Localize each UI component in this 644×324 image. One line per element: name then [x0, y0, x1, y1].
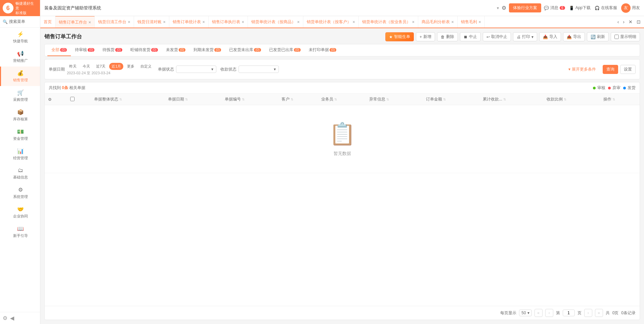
tab-close-sales-order-workspace[interactable]: ✕ — [88, 21, 91, 24]
sort-icon-customer[interactable]: ⇅ — [291, 97, 293, 101]
sidebar-search[interactable]: 🔍 搜索菜单 — [0, 16, 40, 28]
filter-tab-pending-review[interactable]: 待审核(0) — [71, 44, 98, 56]
sidebar-item-finance[interactable]: 💵资金管理 — [0, 125, 40, 145]
tab-sales-stats-customer[interactable]: 销货单统计表（按客户）✕ — [303, 16, 359, 28]
tab-nav-left[interactable]: ‹ — [616, 18, 620, 25]
filter-tab-pending-inspection[interactable]: 待拣货(0) — [98, 44, 126, 56]
date-btn-7days[interactable]: 近7天 — [94, 63, 108, 70]
expand-btn[interactable]: ▾ 展开更多条件 — [568, 67, 596, 72]
date-btn-today[interactable]: 今天 — [80, 63, 92, 70]
filter-tab-not-printed[interactable]: 未打印单据(0) — [305, 44, 340, 56]
sort-icon-exception[interactable]: ⇅ — [386, 97, 389, 101]
date-btn-custom[interactable]: 自定义 — [138, 63, 154, 70]
tab-close-all[interactable]: ✕ — [627, 18, 634, 25]
industry-btn[interactable]: 体验行业方案 — [509, 3, 541, 12]
app-download-btn[interactable]: 📱 App下载 — [569, 5, 591, 11]
page-prev-btn[interactable]: ‹ — [545, 309, 553, 317]
payment-select[interactable]: ▾ — [239, 66, 279, 73]
tab-close-sales-profit[interactable]: ✕ — [478, 20, 481, 24]
date-btn-1month[interactable]: 近1月 — [109, 63, 123, 70]
tab-home[interactable]: 首页 — [40, 16, 55, 28]
payment-search-item: 收款状态 ▾ — [220, 66, 279, 73]
tab-sales-order-execute[interactable]: 销售订单执行表✕ — [209, 16, 248, 28]
tab-close-cash-daily[interactable]: ✕ — [128, 20, 130, 24]
page-last-btn[interactable]: » — [595, 309, 603, 317]
page-first-btn[interactable]: « — [534, 309, 543, 317]
settings-icon[interactable]: ⚙ — [3, 315, 7, 321]
topbar-dropdown-icon[interactable]: ▾ — [497, 6, 499, 10]
cancel-stop-btn[interactable]: ↩ 取消中止 — [483, 32, 511, 41]
tab-sales-stats-staff[interactable]: 销货单统计表（按业务员）✕ — [359, 16, 418, 28]
sort-icon-amount[interactable]: ⇅ — [443, 97, 446, 101]
add-btn[interactable]: + 新增 — [416, 32, 435, 41]
ship-btn[interactable]: 发货 — [623, 85, 636, 91]
tab-close-sales-stats-staff[interactable]: ✕ — [412, 20, 415, 24]
pagination: 每页显示 50 ▾ « ‹ 第 页 › » 共 0页 0条记录 — [45, 306, 640, 320]
tab-close-sales-stats-product[interactable]: ✕ — [297, 20, 300, 24]
refresh-btn[interactable]: 🔄 刷新 — [587, 32, 609, 41]
online-service-btn[interactable]: 🎧 在线客服 — [595, 5, 617, 11]
date-btn-yesterday[interactable]: 昨天 — [67, 63, 79, 70]
filter-tab-wangpu-pending-ship[interactable]: 旺铺待发货(0) — [126, 44, 162, 56]
stop-btn[interactable]: ⏹ 中止 — [460, 32, 481, 41]
sort-icon-status[interactable]: ⇅ — [119, 97, 122, 101]
topbar-gear-icon[interactable]: ⚙ — [502, 5, 506, 11]
message-btn[interactable]: 💬 消息 6 — [544, 5, 565, 11]
import-btn[interactable]: 📥 导入 — [539, 32, 561, 41]
tab-maximize[interactable]: ⊡ — [635, 18, 642, 25]
sidebar-item-system[interactable]: ⚙系统管理 — [0, 183, 40, 203]
filter-tab-expired-not-shipped[interactable]: 到期未发货(0) — [189, 44, 225, 56]
sidebar-item-enterprise[interactable]: 🤝企业协同 — [0, 203, 40, 222]
date-btn-more[interactable]: 更多 — [125, 63, 137, 70]
tab-cash-reconcile[interactable]: 钱货日清对账✕ — [134, 16, 169, 28]
sidebar-item-marketing[interactable]: 📢营销推广 — [0, 47, 40, 67]
tab-close-sales-stats-customer[interactable]: ✕ — [352, 20, 355, 24]
sidebar-item-operations[interactable]: 📊经营管理 — [0, 145, 40, 164]
tab-close-cash-reconcile[interactable]: ✕ — [163, 20, 166, 24]
page-next-btn[interactable]: › — [584, 309, 592, 317]
col-settings-icon[interactable]: ⚙ — [48, 97, 52, 102]
tab-sales-profit[interactable]: 销售毛利✕ — [458, 16, 485, 28]
tab-cash-daily[interactable]: 钱货日清工作台✕ — [95, 16, 134, 28]
tab-close-sales-order-stats[interactable]: ✕ — [202, 20, 205, 24]
filter-tab-shipped-not-out[interactable]: 已发货未出库(0) — [225, 44, 265, 56]
cancel-audit-btn[interactable]: 弃审 — [608, 85, 620, 91]
sidebar-item-sales[interactable]: 💰销售管理 — [0, 67, 40, 86]
query-btn[interactable]: 查询 — [603, 65, 618, 74]
filter-tab-all[interactable]: 全部(0) — [47, 44, 71, 56]
show-detail-checkbox[interactable]: 显示明细 — [611, 32, 640, 41]
sort-icon-staff[interactable]: ⇅ — [334, 97, 337, 101]
filter-tab-shipped-out[interactable]: 已发货已出库(0) — [265, 44, 305, 56]
print-btn[interactable]: 🖨 打印 ▾ — [513, 32, 537, 41]
sort-icon-number[interactable]: ⇅ — [242, 97, 245, 101]
page-size-select[interactable]: 50 ▾ — [519, 310, 531, 316]
export-btn[interactable]: 📤 导出 — [563, 32, 585, 41]
status-select[interactable]: ▾ — [176, 66, 216, 73]
sidebar-item-purchase[interactable]: 🛒采购管理 — [0, 86, 40, 106]
select-all-checkbox[interactable] — [70, 97, 75, 101]
search-settings-btn[interactable]: 设置 — [620, 65, 636, 74]
user-btn[interactable]: 友 用友 — [621, 3, 640, 13]
audit-btn[interactable]: 审核 — [593, 85, 605, 91]
tab-nav-right[interactable]: › — [621, 18, 626, 25]
page-number-input[interactable] — [563, 310, 575, 316]
tab-sales-order-stats[interactable]: 销售订单统计表✕ — [169, 16, 209, 28]
tab-close-sales-order-execute[interactable]: ✕ — [242, 20, 244, 24]
sort-icon-date[interactable]: ⇅ — [185, 97, 188, 101]
show-detail-input[interactable] — [614, 35, 619, 39]
sidebar-item-basic-info[interactable]: 🗂基础信息 — [0, 164, 40, 183]
sidebar-item-inventory[interactable]: 📦库存核算 — [0, 106, 40, 125]
sort-icon-collected[interactable]: ⇅ — [503, 97, 506, 101]
tab-close-product-margin[interactable]: ✕ — [451, 20, 454, 24]
delete-btn[interactable]: 🗑 删除 — [437, 32, 458, 41]
filter-tab-not-shipped[interactable]: 未发货(0) — [162, 44, 189, 56]
sort-icon-ratio[interactable]: ⇅ — [564, 97, 566, 101]
sort-icon-actions[interactable]: ⇅ — [612, 97, 615, 101]
sidebar-item-quick-nav[interactable]: ⚡快捷导航 — [0, 28, 40, 47]
tab-sales-order-workspace[interactable]: 销售订单工作台✕ — [55, 16, 95, 28]
tab-product-margin[interactable]: 商品毛利分析表✕ — [418, 16, 458, 28]
sidebar-item-guide[interactable]: 📖新手引导 — [0, 222, 40, 242]
collapse-icon[interactable]: ◀ — [10, 315, 14, 321]
tab-sales-stats-product[interactable]: 销货单统计表（按商品）✕ — [248, 16, 303, 28]
ai-btn[interactable]: ★ 智能生单 — [385, 32, 414, 41]
